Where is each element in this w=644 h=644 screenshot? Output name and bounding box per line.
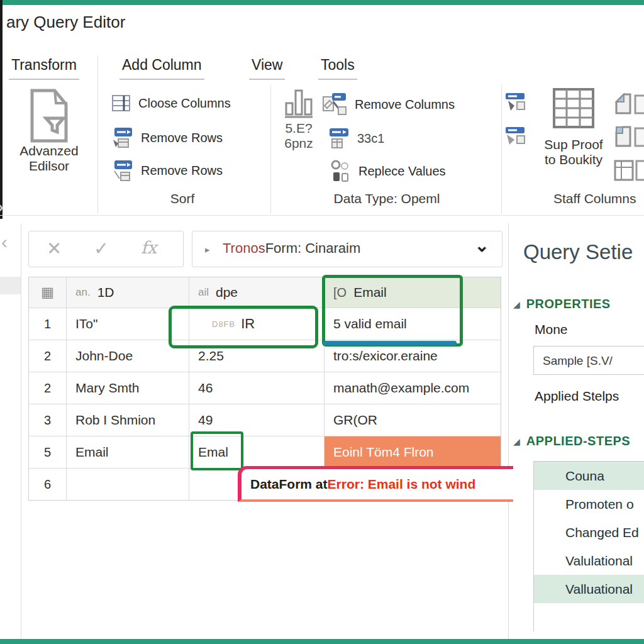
applied-steps-link[interactable]: Applied Stelps <box>535 389 619 404</box>
datatype-group-label: Data Type: Opeml <box>311 191 462 206</box>
collapse-triangle-icon: ◢ <box>513 436 520 447</box>
column-header-dpe-label: dpe <box>216 285 238 300</box>
tab-view[interactable]: View <box>249 57 285 80</box>
cell-dpe[interactable]: 2.25 <box>189 340 325 372</box>
cell-name[interactable]: ITo" <box>67 308 189 340</box>
collapsed-query-tab[interactable] <box>0 277 21 294</box>
properties-section-header[interactable]: ◢ PROPERTIES <box>513 297 611 311</box>
split-tools-button-2[interactable] <box>614 125 644 148</box>
split-tools-button-1[interactable] <box>614 92 644 116</box>
applied-steps-section-header[interactable]: ◢ APPLIED-STEPS <box>513 434 630 448</box>
row-number[interactable]: 1 <box>29 308 67 340</box>
ribbon-nav-back-icon[interactable]: › <box>0 194 4 220</box>
formula-input[interactable]: ▸ TronosForm: Cinaraim ⌄ <box>192 231 502 267</box>
cell-email[interactable]: manath@example.com <box>325 372 501 404</box>
collapse-pane-chevron-icon[interactable]: ‹ <box>1 231 8 253</box>
cell-email[interactable]: 5 valid email <box>325 308 501 340</box>
column-header-email-label: Email <box>353 285 387 300</box>
statistics-button[interactable]: 5.E? 6pnz <box>277 87 321 151</box>
column-header-email[interactable]: [O Email <box>325 277 501 308</box>
cell-name[interactable] <box>67 469 189 500</box>
remove-rows-label-2: Remove Rows <box>141 164 223 178</box>
top-accent-strip <box>0 0 644 5</box>
index-column-icon <box>504 92 527 112</box>
step-item[interactable]: Valulational <box>534 547 644 575</box>
replace-values-label: Replece Values <box>358 164 446 179</box>
step-item[interactable]: Promoten o <box>534 490 644 518</box>
ribbon-divider <box>270 85 271 214</box>
row-number[interactable]: 5 <box>29 436 67 468</box>
remove-columns-label: Remove Columns <box>355 97 455 112</box>
power-query-editor-window: ary Query Editor Transform Add Column Vi… <box>0 0 644 644</box>
cell-name[interactable]: John-Doe <box>67 340 189 372</box>
split-tools-button-3[interactable] <box>614 158 644 182</box>
column-header-id-label: 1D <box>97 285 114 300</box>
advanced-editor-icon <box>28 88 70 143</box>
remove-rows-label-1: Remove Rows <box>141 131 223 145</box>
formula-expand-icon[interactable]: ▸ <box>205 244 210 255</box>
grid-header-row: ▦ an. 1D ail dpe [O Email <box>29 277 501 308</box>
step-item[interactable]: Couna <box>534 462 644 490</box>
left-edge-line <box>0 0 3 219</box>
formula-dropdown-icon[interactable]: ⌄ <box>475 235 489 256</box>
column-header-id[interactable]: an. 1D <box>67 277 189 308</box>
accept-icon[interactable]: ✓ <box>94 238 109 259</box>
step-item[interactable]: Changed Ed <box>534 518 644 547</box>
cell-dpe[interactable]: 46 <box>189 372 325 404</box>
cell-dpe[interactable]: 49 <box>189 404 325 436</box>
row-number[interactable]: 6 <box>29 469 67 500</box>
split-tool-icon <box>614 125 644 148</box>
table-grid-icon <box>553 88 594 130</box>
fx-icon[interactable]: fx <box>141 238 157 257</box>
ribbon-divider <box>97 55 98 214</box>
ribbon-divider <box>501 85 502 214</box>
remove-columns-button[interactable]: Remove Columns <box>322 93 455 116</box>
replace-values-icon <box>330 160 351 182</box>
choose-columns-label: Cloose Columns <box>138 96 231 111</box>
cell-dpe[interactable]: Emal <box>189 436 325 468</box>
split-column-icon <box>327 127 350 150</box>
remove-rows-button-2[interactable]: Remove Rows <box>112 160 223 181</box>
format-icon <box>614 158 644 182</box>
step-item[interactable]: Valluational <box>534 575 644 603</box>
cancel-icon[interactable]: ✕ <box>47 238 62 259</box>
cell-name[interactable]: Email <box>67 436 189 468</box>
split-column-button[interactable]: 33c1 <box>327 127 384 150</box>
staff-group-label: Staff Columns <box>553 191 644 206</box>
sup-proof-label-1: Sup Proof <box>535 137 613 152</box>
tab-add-column[interactable]: Add Column <box>119 57 204 80</box>
panel-divider <box>508 223 509 639</box>
index-column-button-2[interactable] <box>504 126 527 146</box>
bottom-accent-strip <box>0 639 644 644</box>
row-number[interactable]: 2 <box>29 372 67 404</box>
query-name-input[interactable]: Sample [S.V/ <box>533 346 644 375</box>
cell-name[interactable]: Mary Smth <box>67 372 189 404</box>
row-number[interactable]: 2 <box>29 340 67 372</box>
name-label: Mone <box>535 322 568 337</box>
tab-tools[interactable]: Tools <box>318 57 357 80</box>
step-item-empty <box>534 603 644 631</box>
annotation-blue-underline <box>323 341 457 345</box>
row-number[interactable]: 3 <box>29 404 67 436</box>
tab-transform[interactable]: Transform <box>9 57 79 80</box>
ribbon-bottom-border <box>0 215 644 216</box>
cell-dpe[interactable]: D8FB IR <box>189 308 325 340</box>
error-tooltip-message: Error: Email is not wind <box>328 477 476 492</box>
column-header-dpe[interactable]: ail dpe <box>189 277 325 308</box>
sup-proof-button[interactable]: Sup Proof to Boukity <box>535 88 613 167</box>
cell-name[interactable]: Rob I Shmion <box>67 404 189 436</box>
replace-values-button[interactable]: Replece Values <box>330 160 446 182</box>
text-type-icon: an. <box>75 286 91 299</box>
cell-email[interactable]: GR(OR <box>325 404 501 436</box>
index-column-button-1[interactable] <box>504 92 527 112</box>
query-settings-title: Query Setie <box>523 240 633 264</box>
corner-select-icon[interactable]: ▦ <box>29 277 67 308</box>
remove-rows-button-1[interactable]: Remove Rows <box>112 127 223 148</box>
advanced-editor-button[interactable]: Advanzed Edilsor <box>11 88 87 174</box>
choose-columns-button[interactable]: Cloose Columns <box>112 94 231 112</box>
grid-row-3: 2 Mary Smth 46 manath@example.com <box>29 372 501 404</box>
cell-email-error[interactable]: Eoinl Töm4 Flron <box>325 436 501 468</box>
sup-proof-label-2: to Boukity <box>535 152 613 167</box>
sort-group-label: Sorf <box>145 191 220 206</box>
cell-dpe-value: IR <box>241 316 255 332</box>
